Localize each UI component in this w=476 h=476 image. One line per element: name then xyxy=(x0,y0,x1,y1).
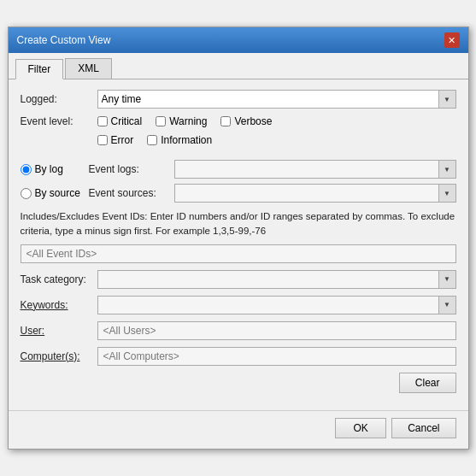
radio-section: By log Event logs: ▼ By source Event sou… xyxy=(21,160,456,203)
warning-label: Warning xyxy=(169,115,207,127)
checkbox-critical: Critical xyxy=(97,115,143,127)
error-label: Error xyxy=(111,134,134,146)
event-logs-select-container: ▼ xyxy=(174,160,456,179)
error-checkbox[interactable] xyxy=(97,135,108,145)
tabs-container: Filter XML xyxy=(9,53,468,79)
event-ids-input[interactable] xyxy=(21,244,456,263)
checkbox-error: Error xyxy=(97,134,134,146)
computer-label: Computer(s): xyxy=(21,350,97,362)
task-category-select[interactable] xyxy=(98,271,455,288)
task-category-select-container: ▼ xyxy=(97,270,456,289)
close-button[interactable]: ✕ xyxy=(444,32,460,48)
clear-btn-row: Clear xyxy=(21,373,456,393)
logged-select-container: Any time ▼ xyxy=(97,90,456,109)
keywords-label: Keywords: xyxy=(21,299,97,311)
event-sources-select-container: ▼ xyxy=(174,184,456,203)
event-level-row: Event level: Critical Warning Verbose xyxy=(21,115,456,153)
by-source-radio[interactable] xyxy=(21,188,32,199)
by-log-label: By log xyxy=(35,163,63,175)
task-category-row: Task category: ▼ xyxy=(21,270,456,289)
logged-select[interactable]: Any time xyxy=(98,91,455,108)
bottom-buttons: OK Cancel xyxy=(9,410,468,449)
critical-label: Critical xyxy=(111,115,143,127)
title-bar: Create Custom View ✕ xyxy=(9,27,468,53)
tab-filter[interactable]: Filter xyxy=(15,59,64,79)
checkboxes-row1: Critical Warning Verbose xyxy=(97,115,286,131)
description-text: Includes/Excludes Event IDs: Enter ID nu… xyxy=(21,211,455,235)
checkbox-verbose: Verbose xyxy=(220,115,272,127)
user-row: User: xyxy=(21,321,456,340)
ok-button[interactable]: OK xyxy=(335,418,386,438)
task-category-label: Task category: xyxy=(21,273,97,285)
by-log-row: By log Event logs: ▼ xyxy=(21,160,456,179)
clear-button[interactable]: Clear xyxy=(399,373,456,393)
event-logs-label: Event logs: xyxy=(89,163,174,175)
user-input[interactable] xyxy=(97,321,456,340)
computer-input[interactable] xyxy=(97,347,456,366)
event-logs-select[interactable] xyxy=(175,161,455,178)
checkboxes-row2: Error Information xyxy=(97,134,286,150)
verbose-checkbox[interactable] xyxy=(220,116,231,126)
dialog-title: Create Custom View xyxy=(17,34,111,46)
computer-row: Computer(s): xyxy=(21,347,456,366)
by-source-radio-label[interactable]: By source xyxy=(21,187,89,199)
description-box: Includes/Excludes Event IDs: Enter ID nu… xyxy=(21,209,456,237)
information-checkbox[interactable] xyxy=(147,135,157,145)
checkbox-information: Information xyxy=(147,134,212,146)
verbose-label: Verbose xyxy=(234,115,272,127)
by-log-radio[interactable] xyxy=(21,164,32,175)
cancel-button[interactable]: Cancel xyxy=(391,418,455,438)
event-level-label: Event level: xyxy=(21,115,97,127)
information-label: Information xyxy=(161,134,212,146)
user-label: User: xyxy=(21,325,97,337)
tab-xml[interactable]: XML xyxy=(65,58,112,79)
filter-content: Logged: Any time ▼ Event level: Critical xyxy=(9,79,468,409)
logged-row: Logged: Any time ▼ xyxy=(21,90,456,109)
checkboxes-container: Critical Warning Verbose Error xyxy=(97,115,286,153)
logged-label: Logged: xyxy=(21,93,97,105)
keywords-select[interactable] xyxy=(98,297,455,314)
warning-checkbox[interactable] xyxy=(156,116,166,126)
by-log-radio-label[interactable]: By log xyxy=(21,163,89,175)
event-sources-label: Event sources: xyxy=(89,187,174,199)
by-source-row: By source Event sources: ▼ xyxy=(21,184,456,203)
checkbox-warning: Warning xyxy=(156,115,207,127)
keywords-select-container: ▼ xyxy=(97,296,456,314)
keywords-row: Keywords: ▼ xyxy=(21,296,456,314)
dialog: Create Custom View ✕ Filter XML Logged: … xyxy=(8,26,469,449)
critical-checkbox[interactable] xyxy=(97,116,108,126)
by-source-label: By source xyxy=(35,187,80,199)
event-sources-select[interactable] xyxy=(175,185,455,202)
